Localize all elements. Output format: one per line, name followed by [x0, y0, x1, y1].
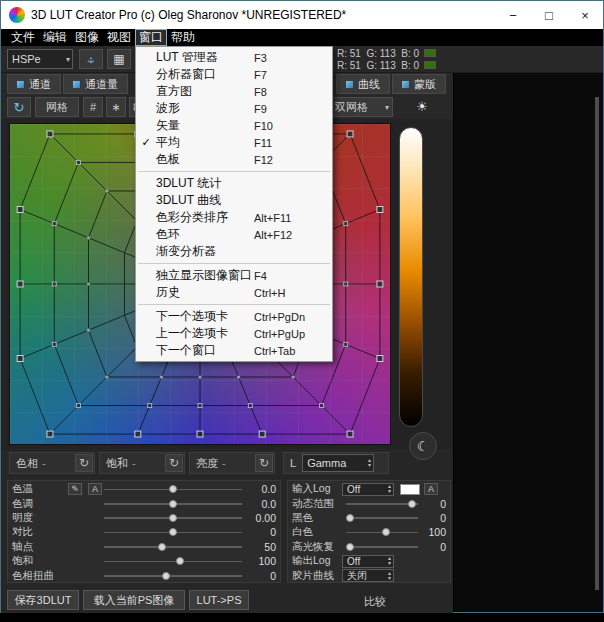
menu-item-shortcut: F12: [254, 154, 332, 166]
menubar-item-1[interactable]: 编辑: [39, 29, 71, 46]
select-6[interactable]: 关闭▴▾: [342, 569, 394, 582]
left-slider-0[interactable]: [104, 484, 242, 494]
color-swatch[interactable]: [400, 484, 420, 495]
left-slider-2[interactable]: [104, 513, 242, 523]
left-panel-row: 色调0.0: [8, 496, 280, 510]
menubar-item-3[interactable]: 视图: [103, 29, 135, 46]
screen: 3D LUT Creator Pro (c) Oleg Sharonov *UN…: [0, 0, 604, 622]
menu-item[interactable]: 色板F12: [136, 151, 332, 168]
menu-item[interactable]: LUT 管理器F3: [136, 49, 332, 66]
left-slider-1[interactable]: [104, 499, 242, 509]
right-panel-row: 输出LogOff▴▾: [288, 554, 450, 568]
close-button[interactable]: ×: [567, 1, 603, 29]
menu-item[interactable]: 下一个窗口Ctrl+Tab: [136, 342, 332, 359]
menubar-item-2[interactable]: 图像: [71, 29, 103, 46]
menu-item[interactable]: 色彩分类排序Alt+F11: [136, 209, 332, 226]
web-grid-button[interactable]: ∗: [106, 97, 126, 117]
menu-item-shortcut: F9: [254, 103, 332, 115]
reset-grid-button[interactable]: ↻: [7, 97, 31, 117]
slider-value: 100: [246, 555, 276, 567]
right-slider-2[interactable]: [346, 513, 418, 523]
refresh-icon[interactable]: ↻: [165, 454, 183, 472]
right-slider-1[interactable]: [346, 499, 418, 509]
menu-item[interactable]: 色环Alt+F12: [136, 226, 332, 243]
slider-thumb[interactable]: [346, 514, 354, 522]
slider-thumb[interactable]: [169, 514, 177, 522]
row-label: 白色: [292, 525, 342, 539]
menu-item-label: 历史: [156, 284, 180, 301]
slider-thumb[interactable]: [162, 572, 170, 580]
refresh-icon[interactable]: ↻: [75, 454, 93, 472]
hash-grid-button[interactable]: #: [83, 97, 103, 117]
dual-grid-select[interactable]: 双网格 ▾: [331, 97, 393, 117]
slider-value: 0: [422, 512, 446, 524]
left-slider-5[interactable]: [104, 556, 242, 566]
menu-item-shortcut: F7: [254, 69, 332, 81]
left-panel-row: 轴点50: [8, 540, 280, 554]
mode-select[interactable]: HSPe ▾: [7, 49, 73, 69]
bottom-button-2[interactable]: LUT->PS: [189, 590, 249, 610]
transform-tool-button[interactable]: ▦: [107, 49, 131, 69]
tab-right-1[interactable]: 蒙版: [392, 74, 446, 94]
right-slider-3[interactable]: [346, 527, 418, 537]
gamma-select[interactable]: Gamma ▴▾: [302, 454, 374, 472]
slider-thumb[interactable]: [408, 500, 416, 508]
luminance-gradient-bar[interactable]: [399, 127, 423, 427]
compare-button[interactable]: 比较: [353, 594, 397, 609]
slider-thumb[interactable]: [169, 485, 177, 493]
move-tool-button[interactable]: ↔↕: [79, 49, 103, 69]
grid-mode-button[interactable]: 网格: [35, 97, 79, 117]
left-slider-3[interactable]: [104, 527, 242, 537]
menubar-item-5[interactable]: 帮助: [167, 29, 199, 46]
slider-thumb[interactable]: [346, 543, 354, 551]
slider-thumb[interactable]: [382, 528, 390, 536]
bottom-button-0[interactable]: 保存3DLUT: [7, 590, 79, 610]
menu-item[interactable]: 下一个选项卡Ctrl+PgDn: [136, 308, 332, 325]
slider-thumb[interactable]: [169, 528, 177, 536]
eyedropper-icon[interactable]: ✎: [68, 483, 82, 495]
minimize-button[interactable]: −: [495, 1, 531, 29]
select-0[interactable]: Off▴▾: [342, 483, 394, 496]
menu-item[interactable]: 渐变分析器: [136, 243, 332, 260]
auto-button[interactable]: A: [424, 483, 438, 495]
slider-thumb[interactable]: [158, 543, 166, 551]
menu-item[interactable]: 3DLUT 曲线: [136, 192, 332, 209]
menu-item[interactable]: ✓平均F11: [136, 134, 332, 151]
refresh-icon[interactable]: ↻: [255, 454, 273, 472]
row-label: 胶片曲线: [292, 569, 342, 583]
menu-item[interactable]: 分析器窗口F7: [136, 66, 332, 83]
maximize-button[interactable]: □: [531, 1, 567, 29]
moon-icon[interactable]: ☾: [409, 432, 437, 460]
left-slider-4[interactable]: [104, 542, 242, 552]
menu-item[interactable]: 历史Ctrl+H: [136, 284, 332, 301]
hash-grid-icon: #: [90, 101, 96, 113]
menu-item[interactable]: 3DLUT 统计: [136, 175, 332, 192]
menu-item-shortcut: Alt+F12: [254, 229, 332, 241]
menu-item-label: 上一个选项卡: [156, 325, 228, 342]
right-slider-4[interactable]: [346, 542, 418, 552]
menubar-item-4[interactable]: 窗口: [135, 29, 167, 46]
tab-left-0[interactable]: 通道: [7, 74, 61, 94]
sun-icon[interactable]: ☀: [409, 96, 435, 117]
tab-right-0[interactable]: 曲线: [336, 74, 390, 94]
menu-separator: [138, 171, 330, 172]
menu-item[interactable]: 上一个选项卡Ctrl+PgUp: [136, 325, 332, 342]
menu-item[interactable]: 直方图F8: [136, 83, 332, 100]
menubar-item-0[interactable]: 文件: [7, 29, 39, 46]
menu-item[interactable]: 独立显示图像窗口F4: [136, 267, 332, 284]
slider-value: 0: [422, 541, 446, 553]
slider-thumb[interactable]: [169, 500, 177, 508]
menu-item-shortcut: Ctrl+PgDn: [254, 311, 332, 323]
bottom-button-1[interactable]: 载入当前PS图像: [83, 590, 185, 610]
slider-value: 0.00: [246, 512, 276, 524]
menu-item[interactable]: 矢量F10: [136, 117, 332, 134]
menu-item[interactable]: 波形F9: [136, 100, 332, 117]
slider-thumb[interactable]: [176, 557, 184, 565]
scrollbar-strip[interactable]: [595, 97, 599, 590]
select-5[interactable]: Off▴▾: [342, 555, 394, 568]
auto-button[interactable]: A: [88, 483, 102, 495]
tab-left-1[interactable]: 通道量: [63, 74, 128, 94]
rgb-readout: R: 51 G: 113 B: 0: [337, 60, 419, 71]
left-slider-6[interactable]: [104, 571, 242, 581]
rgb-readout: R: 51 G: 113 B: 0: [337, 48, 419, 59]
